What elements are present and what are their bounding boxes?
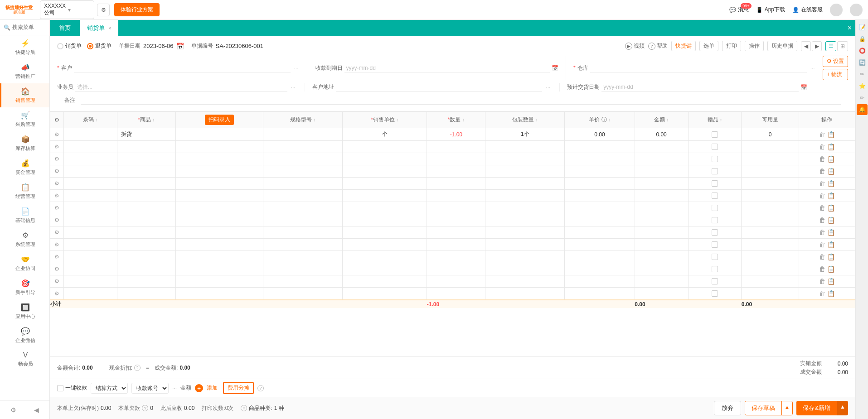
row-gift[interactable]	[688, 202, 742, 214]
row-barcode[interactable]	[64, 239, 117, 251]
row-delete-icon[interactable]: 🗑	[819, 180, 825, 187]
row-qty[interactable]	[427, 226, 485, 239]
row-amount[interactable]	[635, 214, 688, 226]
row-spec[interactable]	[263, 239, 343, 251]
row-gear[interactable]: ⚙	[50, 128, 64, 141]
sidebar-item-finance[interactable]: 💰 资金管理	[0, 155, 49, 179]
row-amount[interactable]: 0.00	[635, 128, 688, 141]
row-barcode[interactable]	[64, 178, 117, 190]
row-barcode[interactable]	[64, 153, 117, 165]
row-unit[interactable]	[343, 288, 427, 300]
row-copy-icon[interactable]: 📋	[827, 265, 835, 273]
row-pkg-qty[interactable]	[485, 165, 565, 178]
video-button[interactable]: ▶ 视频	[625, 42, 645, 50]
row-gear[interactable]: ⚙	[50, 275, 64, 288]
row-gear[interactable]: ⚙	[50, 141, 64, 153]
gift-checkbox[interactable]	[712, 131, 718, 138]
tab-bar-close-icon[interactable]: ×	[848, 24, 852, 32]
sidebar-bottom-collapse[interactable]: ◀	[31, 404, 42, 416]
row-unit-price[interactable]	[565, 178, 635, 190]
row-copy-icon[interactable]: 📋	[827, 168, 835, 175]
row-gear[interactable]: ⚙	[50, 202, 64, 214]
row-spec[interactable]	[263, 153, 343, 165]
row-barcode[interactable]	[64, 128, 117, 141]
gift-checkbox[interactable]	[712, 278, 718, 284]
row-spec[interactable]	[263, 178, 343, 190]
row-copy-icon[interactable]: 📋	[827, 253, 835, 260]
row-qty[interactable]	[427, 251, 485, 263]
row-unit-price[interactable]	[565, 226, 635, 239]
row-qty[interactable]	[427, 153, 485, 165]
quick-key-button[interactable]: 快捷键	[671, 41, 696, 51]
company-selector[interactable]: XXXXXX公司 ▾	[40, 0, 94, 19]
row-unit-price[interactable]	[565, 153, 635, 165]
row-copy-icon[interactable]: 📋	[827, 241, 835, 248]
sidebar-item-marketing[interactable]: 📣 营销推广	[0, 59, 49, 83]
row-spec[interactable]	[263, 141, 343, 153]
row-spec[interactable]	[263, 214, 343, 226]
row-gear[interactable]: ⚙	[50, 239, 64, 251]
row-copy-icon[interactable]: 📋	[827, 192, 835, 199]
row-pkg-qty[interactable]	[485, 178, 565, 190]
col-settings[interactable]: ⚙	[50, 112, 64, 128]
row-unit-price[interactable]: 0.00	[565, 128, 635, 141]
row-amount[interactable]	[635, 275, 688, 288]
gift-checkbox[interactable]	[712, 229, 718, 236]
row-gift[interactable]	[688, 128, 742, 141]
row-gear[interactable]: ⚙	[50, 226, 64, 239]
row-unit[interactable]: 个	[343, 128, 427, 141]
row-copy-icon[interactable]: 📋	[827, 131, 835, 138]
row-gear[interactable]: ⚙	[50, 190, 64, 202]
row-gear[interactable]: ⚙	[50, 153, 64, 165]
row-gift[interactable]	[688, 190, 742, 202]
gift-checkbox[interactable]	[712, 180, 718, 187]
gift-checkbox[interactable]	[712, 290, 718, 297]
row-amount[interactable]	[635, 141, 688, 153]
row-unit-price[interactable]	[565, 190, 635, 202]
row-unit-price[interactable]	[565, 214, 635, 226]
right-btn-circle[interactable]: ⭕	[857, 45, 868, 56]
row-delete-icon[interactable]: 🗑	[819, 192, 825, 199]
row-pkg-qty[interactable]	[485, 239, 565, 251]
due-date-input[interactable]	[344, 64, 550, 72]
trial-button[interactable]: 体验行业方案	[114, 3, 160, 16]
row-delete-icon[interactable]: 🗑	[819, 131, 825, 138]
row-product[interactable]	[117, 263, 175, 275]
add-button[interactable]: +	[195, 384, 203, 392]
expense-info-icon[interactable]: ?	[257, 385, 264, 391]
grid-view-button[interactable]: ⊞	[837, 41, 848, 51]
row-delete-icon[interactable]: 🗑	[819, 155, 825, 163]
setting-button[interactable]: ⚙ 设置	[823, 56, 848, 67]
collection-account-select[interactable]: 收款账号	[131, 383, 169, 394]
row-product[interactable]: 拆货	[117, 128, 175, 141]
save-draft-arrow[interactable]: ▲	[781, 401, 793, 415]
sidebar-item-enterprise[interactable]: 🤝 企业协同	[0, 251, 49, 275]
row-unit-price[interactable]	[565, 141, 635, 153]
row-unit-price[interactable]	[565, 275, 635, 288]
right-btn-pencil[interactable]: ✏	[857, 92, 868, 103]
sidebar-item-wechat[interactable]: 💬 企业微信	[0, 323, 49, 347]
row-delete-icon[interactable]: 🗑	[819, 204, 825, 212]
sidebar-item-basics[interactable]: 📄 基础信息	[0, 203, 49, 227]
row-unit[interactable]	[343, 251, 427, 263]
gift-checkbox[interactable]	[712, 205, 718, 211]
row-gear[interactable]: ⚙	[50, 251, 64, 263]
row-unit-price[interactable]	[565, 288, 635, 300]
row-pkg-qty[interactable]: 1个	[485, 128, 565, 141]
row-gift[interactable]	[688, 275, 742, 288]
goods-type-info-icon[interactable]: ○	[241, 405, 247, 411]
debt-info-icon[interactable]: ?	[142, 405, 148, 411]
row-amount[interactable]	[635, 251, 688, 263]
settings-gear-button[interactable]: ⚙	[97, 4, 110, 16]
scan-button[interactable]: 扫码录入	[205, 115, 234, 125]
row-qty[interactable]	[427, 178, 485, 190]
row-gift[interactable]	[688, 263, 742, 275]
row-copy-icon[interactable]: 📋	[827, 217, 835, 224]
row-unit-price[interactable]	[565, 263, 635, 275]
gift-checkbox[interactable]	[712, 144, 718, 150]
row-spec[interactable]	[263, 263, 343, 275]
row-amount[interactable]	[635, 263, 688, 275]
row-spec[interactable]	[263, 128, 343, 141]
row-amount[interactable]	[635, 226, 688, 239]
row-pkg-qty[interactable]	[485, 190, 565, 202]
